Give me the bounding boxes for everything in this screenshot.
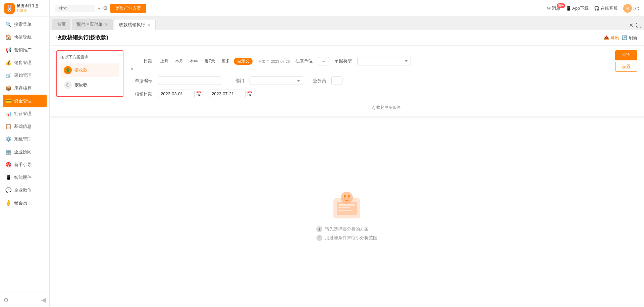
download-icon: 📱 bbox=[566, 6, 571, 11]
staff-label: 业务员 bbox=[309, 78, 326, 84]
partner-input[interactable]: ··· bbox=[318, 57, 329, 65]
username: Rit bbox=[633, 6, 639, 11]
date-no-limit: 不限 至 2023-07-26 bbox=[258, 59, 290, 64]
sidebar-item-search[interactable]: 🔍 搜索菜单 bbox=[0, 18, 49, 31]
sidebar-item-operation[interactable]: 📊 经营管理 bbox=[0, 107, 49, 120]
empty-tip-2: 2 用过滤条件来缩小分析范围 bbox=[316, 235, 377, 241]
sidebar-item-purchase[interactable]: 🛒 采购管理 bbox=[0, 69, 49, 82]
doc-type-label: 单据类型 bbox=[334, 58, 352, 64]
export-icon: 📤 bbox=[604, 35, 609, 40]
topbar-right: ✉ 消息 99+ 📱 App下载 🎧 在线客服 R Rit bbox=[547, 4, 639, 13]
date-label: 日期 bbox=[135, 58, 152, 64]
date-btn-this-month[interactable]: 本月 bbox=[172, 58, 186, 65]
newbie-icon: 🎯 bbox=[5, 162, 11, 168]
calendar-to-icon[interactable]: 📅 bbox=[247, 91, 253, 97]
topbar-left: ▾ ⚙ 休验行业方案 bbox=[55, 4, 146, 13]
date-btn-7days[interactable]: 近7天 bbox=[202, 58, 218, 65]
filter-row-3: 核销日期 📅 — 📅 bbox=[135, 90, 637, 98]
export-button[interactable]: 📤 导出 bbox=[604, 35, 619, 41]
tab-prepay-close[interactable]: ✕ bbox=[105, 22, 108, 27]
svg-rect-5 bbox=[338, 204, 355, 206]
sidebar-item-newbie[interactable]: 🎯 新手引导 bbox=[0, 158, 49, 171]
search-nav-icon: 🔍 bbox=[5, 21, 11, 28]
message-icon: ✉ bbox=[547, 6, 551, 11]
empty-tip-1: 1 请先选择要分析的方案 bbox=[316, 226, 377, 232]
sidebar-item-wechat[interactable]: 💬 企业微信 bbox=[0, 184, 49, 197]
svg-point-2 bbox=[341, 192, 353, 204]
industry-solution-button[interactable]: 休验行业方案 bbox=[110, 4, 146, 13]
verify-date-label: 核销日期 bbox=[135, 91, 152, 97]
filter-option-by-receivable[interactable]: ⏱ 按应收 bbox=[60, 78, 119, 92]
topbar-gear-button[interactable]: ⚙ bbox=[103, 5, 108, 11]
tab-receipt-verify-close[interactable]: ✕ bbox=[147, 22, 151, 27]
chevron-up-icon: ⋀ bbox=[372, 105, 375, 110]
tabs-actions: ✕ ⛶ bbox=[629, 22, 641, 30]
message-button[interactable]: ✉ 消息 99+ bbox=[547, 5, 560, 11]
sidebar-item-system[interactable]: ⚙️ 系统管理 bbox=[0, 133, 49, 146]
verify-date-range: 📅 — 📅 bbox=[158, 90, 253, 98]
date-btn-custom[interactable]: 自定义 bbox=[234, 58, 253, 65]
query-button[interactable]: 查询 bbox=[615, 50, 637, 60]
online-service-link[interactable]: 🎧 在线客服 bbox=[594, 5, 618, 11]
basic-icon: 📋 bbox=[5, 123, 11, 130]
user-info[interactable]: R Rit bbox=[623, 4, 639, 13]
tab-receipt-verify[interactable]: 收款核销执行 ✕ bbox=[114, 19, 156, 30]
logo-icon: 🐰 bbox=[4, 3, 15, 14]
sidebar-item-enterprise[interactable]: 🏢 企业协同 bbox=[0, 146, 49, 158]
doc-type-select[interactable] bbox=[357, 57, 411, 65]
sidebar-item-member[interactable]: ✌️ 畅会员 bbox=[0, 197, 49, 209]
sidebar-item-marketing[interactable]: 📢 营销推广 bbox=[0, 44, 49, 56]
close-tab-button[interactable]: ✕ bbox=[629, 22, 633, 29]
app-version: 标准版 bbox=[17, 8, 39, 13]
sidebar-item-basic[interactable]: 📋 基础信息 bbox=[0, 120, 49, 133]
svg-point-4 bbox=[348, 195, 350, 198]
page-header: 收款核销执行(按收款) 📤 导出 🔄 刷新 bbox=[50, 30, 644, 46]
headset-icon: 🎧 bbox=[594, 6, 599, 11]
filter-row-2: 单据编号 部门 业务员 ··· bbox=[135, 76, 637, 85]
sales-icon: 💰 bbox=[5, 60, 11, 66]
date-btn-this-year[interactable]: 本年 bbox=[187, 58, 201, 65]
filter-panel: 按以下方案查询 💲 按收款 ⏱ 按应收 bbox=[56, 50, 123, 97]
dept-label: 部门 bbox=[227, 78, 244, 84]
calendar-from-icon[interactable]: 📅 bbox=[196, 91, 202, 97]
operation-icon: 📊 bbox=[5, 111, 11, 117]
filter-option-by-receipt[interactable]: 💲 按收款 bbox=[60, 63, 119, 77]
filter-right: 日期 上月 本月 本年 近7天 更多 自定义 不限 至 2023-07-26 bbox=[135, 50, 637, 111]
topbar-search-input[interactable] bbox=[55, 5, 95, 12]
date-btn-more[interactable]: 更多 bbox=[219, 58, 232, 65]
page-container: 收款核销执行(按收款) 📤 导出 🔄 刷新 按以下 bbox=[50, 30, 644, 307]
svg-rect-6 bbox=[338, 207, 350, 208]
filter-row-1: 日期 上月 本月 本年 近7天 更多 自定义 不限 至 2023-07-26 bbox=[135, 50, 637, 72]
refresh-button[interactable]: 🔄 刷新 bbox=[622, 35, 637, 41]
set-button[interactable]: 设置 bbox=[615, 62, 637, 72]
tabs-bar: 首页 预付冲应付单 ✕ 收款核销执行 ✕ ✕ ⛶ bbox=[50, 17, 644, 30]
sidebar-item-sales[interactable]: 💰 销售管理 bbox=[0, 56, 49, 69]
verify-date-to[interactable] bbox=[209, 90, 246, 98]
date-btn-last-month[interactable]: 上月 bbox=[158, 58, 171, 65]
purchase-icon: 🛒 bbox=[5, 72, 11, 79]
sidebar-item-quicknav[interactable]: 🏠 快捷导航 bbox=[0, 31, 49, 44]
tab-prepay[interactable]: 预付冲应付单 ✕ bbox=[72, 19, 113, 30]
filter-panel-collapse[interactable]: » bbox=[129, 64, 135, 73]
collapse-more-conditions[interactable]: ⋀ 收起更多条件 bbox=[135, 103, 637, 111]
verify-date-from[interactable] bbox=[158, 90, 195, 98]
empty-illustration bbox=[327, 185, 367, 226]
inventory-icon: 📦 bbox=[5, 85, 11, 91]
message-badge: 99+ bbox=[557, 3, 565, 8]
maximize-button[interactable]: ⛶ bbox=[636, 22, 641, 29]
dept-select[interactable] bbox=[250, 76, 303, 85]
topbar-dropdown-button[interactable]: ▾ bbox=[98, 6, 100, 11]
receivable-option-icon: ⏱ bbox=[64, 81, 72, 89]
doc-no-input[interactable] bbox=[158, 76, 221, 85]
app-download-link[interactable]: 📱 App下载 bbox=[566, 5, 589, 11]
tab-home[interactable]: 首页 bbox=[52, 19, 70, 30]
sidebar-collapse-button[interactable]: ◀ bbox=[41, 296, 46, 304]
settings-button[interactable]: ⚙ bbox=[3, 296, 9, 304]
staff-input[interactable]: ··· bbox=[331, 76, 342, 85]
sidebar-item-capital[interactable]: 💳 资金管理 bbox=[3, 95, 47, 107]
marketing-icon: 📢 bbox=[5, 47, 11, 53]
sidebar-nav: 🔍 搜索菜单 🏠 快捷导航 📢 营销推广 💰 销售管理 🛒 采购管理 📦 库存核… bbox=[0, 17, 49, 293]
sidebar-item-inventory[interactable]: 📦 库存核算 bbox=[0, 82, 49, 95]
enterprise-icon: 🏢 bbox=[5, 149, 11, 155]
sidebar-item-hardware[interactable]: 📱 智能硬件 bbox=[0, 171, 49, 184]
